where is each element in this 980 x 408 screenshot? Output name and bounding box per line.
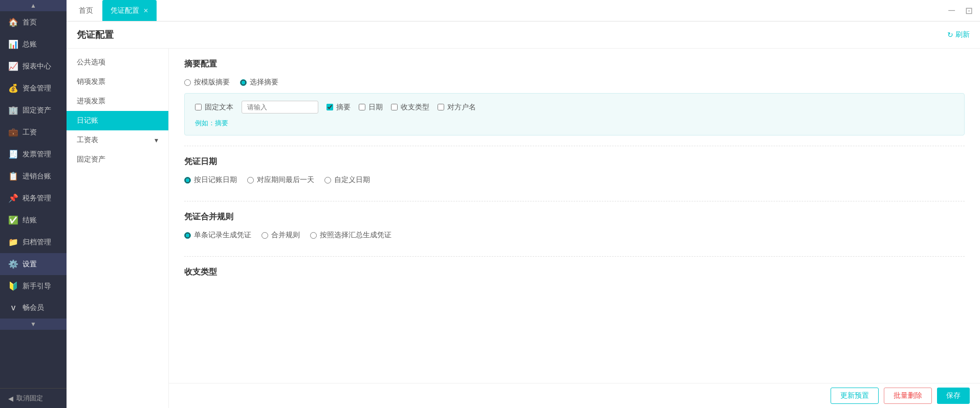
section-income-type: 收支类型	[184, 267, 965, 296]
archive-icon: 📁	[8, 237, 18, 247]
merge-section-title: 凭证合并规则	[184, 212, 965, 222]
sidebar-item-assets[interactable]: 🏢 固定资产	[0, 99, 67, 121]
abstract-template-radio[interactable]	[184, 79, 191, 86]
update-preview-button[interactable]: 更新预置	[831, 388, 879, 404]
abstract-mode-select[interactable]: 选择摘要	[240, 78, 278, 87]
home-icon: 🏠	[8, 17, 18, 27]
inout-icon: 📋	[8, 171, 18, 181]
date-checkbox[interactable]	[359, 104, 365, 110]
fixed-text-input[interactable]	[242, 101, 318, 114]
tab-close-voucher[interactable]: ✕	[143, 7, 148, 14]
fixed-text-checkbox[interactable]	[195, 104, 202, 110]
settings-icon: ⚙️	[8, 259, 18, 269]
income-type-section-title: 收支类型	[184, 267, 965, 278]
merge-single-radio[interactable]	[184, 232, 191, 239]
window-maximize-button[interactable]: ⊡	[962, 4, 976, 17]
sidebar: ▲ 🏠 首页 📊 总账 📈 报表中心 💰 资金管理 🏢 固定资产 💼 工资 🧾 …	[0, 0, 67, 408]
left-nav: 公共选项 销项发票 进项发票 日记账 工资表 ▾ 固定资产	[67, 49, 169, 408]
income-type-checkbox[interactable]	[391, 104, 398, 110]
merge-option-select-merge[interactable]: 按照选择汇总生成凭证	[310, 231, 391, 240]
sidebar-item-archive[interactable]: 📁 归档管理	[0, 231, 67, 253]
nav-item-payroll-table[interactable]: 工资表 ▾	[67, 130, 168, 150]
tab-bar-actions: ─ ⊡	[945, 4, 976, 17]
guide-icon: 🔰	[8, 281, 18, 291]
date-custom-radio[interactable]	[324, 177, 331, 184]
invoice-icon: 🧾	[8, 149, 18, 159]
sidebar-scroll-up[interactable]: ▲	[0, 0, 67, 11]
content-body: 公共选项 销项发票 进项发票 日记账 工资表 ▾ 固定资产	[67, 49, 980, 408]
window-minimize-button[interactable]: ─	[945, 4, 958, 17]
abstract-config-box: 固定文本 摘要 日期	[184, 93, 965, 135]
abstract-section-title: 摘要配置	[184, 59, 965, 70]
abstract-select-radio[interactable]	[240, 79, 247, 86]
sidebar-item-tax[interactable]: 📌 税务管理	[0, 187, 67, 209]
field-counterpart[interactable]: 对方户名	[438, 103, 476, 112]
bottom-bar: 更新预置 批量删除 保存	[169, 383, 980, 408]
sidebar-pin-toggle[interactable]: ◀ 取消固定	[0, 388, 67, 408]
tab-voucher[interactable]: 凭证配置 ✕	[102, 0, 157, 21]
date-section-title: 凭证日期	[184, 156, 965, 167]
refresh-icon: ↻	[947, 31, 953, 39]
date-options-row: 按日记账日期 对应期间最后一天 自定义日期	[184, 175, 965, 185]
report-icon: 📈	[8, 61, 18, 71]
tab-home[interactable]: 首页	[71, 0, 101, 21]
date-option-period-last[interactable]: 对应期间最后一天	[247, 175, 314, 185]
right-content: 摘要配置 按模版摘要 选择摘要	[169, 49, 980, 383]
sidebar-item-member[interactable]: V 畅会员	[0, 297, 67, 319]
field-date[interactable]: 日期	[359, 103, 383, 112]
abstract-checkbox[interactable]	[326, 104, 333, 110]
batch-delete-button[interactable]: 批量删除	[884, 388, 932, 404]
nav-item-public[interactable]: 公共选项	[67, 53, 168, 72]
save-button[interactable]: 保存	[937, 388, 970, 404]
tax-icon: 📌	[8, 193, 18, 203]
field-fixed-text[interactable]: 固定文本	[195, 103, 233, 112]
section-merge: 凭证合并规则 单条记录生成凭证 合并规则 按照选择汇总生成凭证	[184, 212, 965, 257]
merge-option-single[interactable]: 单条记录生成凭证	[184, 231, 251, 240]
member-icon: V	[8, 304, 18, 312]
nav-item-purchase[interactable]: 进项发票	[67, 92, 168, 111]
abstract-mode-row: 按模版摘要 选择摘要	[184, 78, 965, 87]
counterpart-checkbox[interactable]	[438, 104, 444, 110]
date-journal-radio[interactable]	[184, 177, 191, 184]
sidebar-item-ledger[interactable]: 📊 总账	[0, 33, 67, 55]
abstract-example: 例如：摘要	[195, 119, 954, 128]
merge-select-radio[interactable]	[310, 232, 317, 239]
payroll-icon: 💼	[8, 127, 18, 137]
ledger-icon: 📊	[8, 39, 18, 49]
sidebar-item-funds[interactable]: 💰 资金管理	[0, 77, 67, 99]
sidebar-item-guide[interactable]: 🔰 新手引导	[0, 275, 67, 297]
main-area: 首页 凭证配置 ✕ ─ ⊡ 凭证配置 ↻ 刷新 公共选项 销项发票 进	[67, 0, 980, 408]
content-header: 凭证配置 ↻ 刷新	[67, 21, 980, 49]
nav-item-sales[interactable]: 销项发票	[67, 72, 168, 92]
assets-icon: 🏢	[8, 105, 18, 115]
sidebar-item-home[interactable]: 🏠 首页	[0, 11, 67, 33]
merge-rule-radio[interactable]	[262, 232, 268, 239]
sidebar-item-report[interactable]: 📈 报表中心	[0, 55, 67, 77]
tab-bar: 首页 凭证配置 ✕ ─ ⊡	[67, 0, 980, 21]
sidebar-item-settings[interactable]: ⚙️ 设置	[0, 253, 67, 275]
refresh-button[interactable]: ↻ 刷新	[947, 30, 970, 39]
section-date: 凭证日期 按日记账日期 对应期间最后一天 自定义日期	[184, 156, 965, 201]
field-income-type[interactable]: 收支类型	[391, 103, 429, 112]
date-option-journal[interactable]: 按日记账日期	[184, 175, 237, 185]
nav-item-journal[interactable]: 日记账	[67, 111, 168, 130]
merge-option-rule[interactable]: 合并规则	[262, 231, 300, 240]
sidebar-item-settlement[interactable]: ✅ 结账	[0, 209, 67, 231]
merge-options-row: 单条记录生成凭证 合并规则 按照选择汇总生成凭证	[184, 231, 965, 240]
sidebar-item-inout[interactable]: 📋 进销台账	[0, 165, 67, 187]
pin-icon: ◀	[8, 395, 13, 402]
nav-item-fixed-assets[interactable]: 固定资产	[67, 150, 168, 169]
date-period-radio[interactable]	[247, 177, 254, 184]
sidebar-item-invoice[interactable]: 🧾 发票管理	[0, 143, 67, 165]
abstract-fields-row: 固定文本 摘要 日期	[195, 101, 954, 114]
funds-icon: 💰	[8, 83, 18, 93]
section-abstract: 摘要配置 按模版摘要 选择摘要	[184, 59, 965, 146]
settlement-icon: ✅	[8, 215, 18, 225]
sidebar-scroll-down[interactable]: ▼	[0, 319, 67, 330]
sidebar-item-payroll[interactable]: 💼 工资	[0, 121, 67, 143]
abstract-mode-template[interactable]: 按模版摘要	[184, 78, 230, 87]
chevron-down-icon: ▾	[155, 136, 158, 144]
date-option-custom[interactable]: 自定义日期	[324, 175, 370, 185]
field-abstract[interactable]: 摘要	[326, 103, 351, 112]
page-title: 凭证配置	[77, 29, 114, 41]
